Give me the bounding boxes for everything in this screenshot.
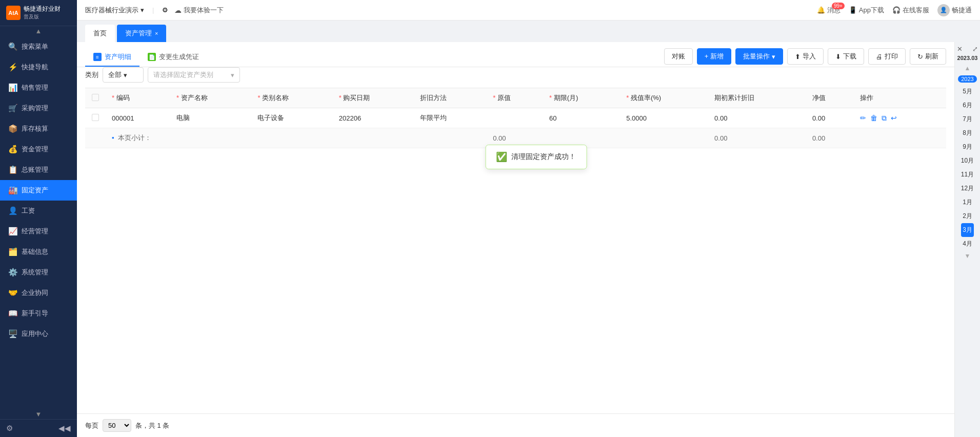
main-table-area: ≡ 资产明细 📄 变更生成凭证 对账 + 新增 批量操作 ▾ <box>77 42 954 437</box>
sidebar-icon-11: ⚙️ <box>8 268 17 277</box>
sidebar-item-新手引导[interactable]: 📖新手引导 <box>0 303 77 324</box>
add-btn[interactable]: + 新增 <box>697 48 731 65</box>
right-panel-scroll-up[interactable]: ▲ <box>955 63 980 73</box>
select-all-header[interactable] <box>85 88 106 108</box>
chevron-down-icon: ▾ <box>772 53 775 61</box>
sidebar: AtA 畅捷通好业财 普及版 ▲ 🔍搜索菜单⚡快捷导航📊销售管理🛒采购管理📦库存… <box>0 0 77 437</box>
delete-icon[interactable]: 🗑 <box>870 114 877 122</box>
sidebar-item-总账管理[interactable]: 📋总账管理 <box>0 160 77 180</box>
collapse-icon[interactable]: ◀◀ <box>58 424 71 433</box>
subtotal-initial-dep: 0.00 <box>708 128 806 148</box>
sidebar-icon-2: 📊 <box>8 83 17 92</box>
print-btn[interactable]: 🖨 打印 <box>868 48 906 65</box>
sidebar-label-8: 工资 <box>22 206 35 215</box>
settings-icon[interactable]: ⚙ <box>6 424 13 433</box>
category-select-placeholder: 全部 <box>108 70 122 80</box>
subtotal-empty-checkbox <box>85 128 106 148</box>
subtabs: ≡ 资产明细 📄 变更生成凭证 对账 + 新增 批量操作 ▾ <box>77 42 954 67</box>
category-select[interactable]: 全部 ▾ <box>103 67 144 83</box>
sidebar-icon-6: 📋 <box>8 165 17 174</box>
sidebar-item-经营管理[interactable]: 📈经营管理 <box>0 221 77 242</box>
per-page-select[interactable]: 50 100 <box>103 419 131 432</box>
app-download-btn[interactable]: 📱 App下载 <box>849 6 884 15</box>
sidebar-item-固定资产[interactable]: 🏭固定资产 <box>0 180 77 201</box>
month-item-2月[interactable]: 2月 <box>961 209 974 223</box>
topbar: 医疗器械行业演示 ▾ | ⚙ ☁ 我要体验一下 🔔 消息 99+ 📱 App下载… <box>77 0 980 21</box>
expand-panel-icon[interactable]: ⤢ <box>972 45 978 53</box>
month-item-12月[interactable]: 12月 <box>961 182 974 195</box>
filter-category-label: 类别 <box>85 70 98 80</box>
more-icon[interactable]: ↩ <box>891 114 897 122</box>
import-btn[interactable]: ⬆ 导入 <box>787 48 824 65</box>
month-item-11月[interactable]: 11月 <box>961 168 974 182</box>
sidebar-label-1: 快捷导航 <box>22 63 48 72</box>
action-icons: ✏ 🗑 ⧉ ↩ <box>860 114 940 123</box>
sidebar-label-7: 固定资产 <box>22 186 48 195</box>
cell-initial-dep: 0.00 <box>708 108 806 128</box>
company-selector[interactable]: 医疗器械行业演示 ▾ <box>85 6 144 15</box>
month-item-3月[interactable]: 3月 <box>961 223 974 237</box>
bell-icon: 🔔 <box>817 6 825 14</box>
month-item-9月[interactable]: 9月 <box>961 140 974 154</box>
total-label: 条，共 1 条 <box>135 421 169 430</box>
cell-purchase-date: 202206 <box>333 108 414 128</box>
zhangdui-btn[interactable]: 对账 <box>664 48 693 65</box>
batch-btn[interactable]: 批量操作 ▾ <box>735 48 783 65</box>
th-residual-rate: 残值率(%) <box>620 88 708 108</box>
cloud-icon: ☁ <box>174 6 182 14</box>
online-service-btn[interactable]: 🎧 在线客服 <box>892 6 929 15</box>
row-checkbox-cell[interactable] <box>85 108 106 128</box>
user-btn[interactable]: 👤 畅捷通 <box>937 4 972 16</box>
sidebar-item-系统管理[interactable]: ⚙️系统管理 <box>0 262 77 283</box>
sidebar-item-企业协同[interactable]: 🤝企业协同 <box>0 283 77 303</box>
sidebar-icon-4: 📦 <box>8 124 17 133</box>
sidebar-logo: AtA 畅捷通好业财 普及版 <box>0 0 77 26</box>
subtab-voucher[interactable]: 📄 变更生成凭证 <box>139 48 207 67</box>
sidebar-item-搜索菜单[interactable]: 🔍搜索菜单 <box>0 36 77 57</box>
cell-depreciation: 年限平均 <box>414 108 487 128</box>
settings-gear-icon[interactable]: ⚙ <box>162 6 168 14</box>
feedback-btn[interactable]: ☁ 我要体验一下 <box>174 6 224 15</box>
refresh-btn[interactable]: ↻ 刷新 <box>910 48 946 65</box>
notification-btn[interactable]: 🔔 消息 99+ <box>817 6 841 15</box>
tab-home[interactable]: 首页 <box>85 25 115 42</box>
year-2023[interactable]: 2023 <box>955 73 980 85</box>
copy-icon[interactable]: ⧉ <box>882 114 887 123</box>
select-all-checkbox[interactable] <box>92 94 99 101</box>
category-input[interactable]: 请选择固定资产类别 ▾ <box>148 67 240 83</box>
sidebar-item-资金管理[interactable]: 💰资金管理 <box>0 139 77 160</box>
sidebar-item-采购管理[interactable]: 🛒采购管理 <box>0 98 77 118</box>
right-panel-header: 2023.03 <box>957 53 978 63</box>
right-panel-scroll-down[interactable]: ▼ <box>955 251 980 261</box>
sidebar-scroll-up[interactable]: ▲ <box>0 26 77 36</box>
month-item-7月[interactable]: 7月 <box>961 112 974 126</box>
month-item-10月[interactable]: 10月 <box>961 154 974 168</box>
row-checkbox[interactable] <box>92 114 99 121</box>
table-header-row: 编码 资产名称 类别名称 购买日期 折旧方法 原值 期限(月) 残值率(%) 期… <box>85 88 946 108</box>
month-item-8月[interactable]: 8月 <box>961 126 974 140</box>
close-panel-icon[interactable]: ✕ <box>957 45 963 53</box>
sidebar-item-库存核算[interactable]: 📦库存核算 <box>0 118 77 139</box>
topbar-separator: | <box>152 6 154 14</box>
tab-close-icon[interactable]: × <box>155 30 158 36</box>
sidebar-label-6: 总账管理 <box>22 165 48 174</box>
month-item-5月[interactable]: 5月 <box>961 85 974 98</box>
sidebar-icon-5: 💰 <box>8 145 17 154</box>
edit-icon[interactable]: ✏ <box>860 114 866 122</box>
sidebar-item-快捷导航[interactable]: ⚡快捷导航 <box>0 57 77 77</box>
month-item-4月[interactable]: 4月 <box>961 237 974 251</box>
pagination: 每页 50 100 条，共 1 条 <box>77 413 954 437</box>
download-btn[interactable]: ⬇ 下载 <box>828 48 864 65</box>
month-item-6月[interactable]: 6月 <box>961 98 974 112</box>
filter-placeholder: 请选择固定资产类别 <box>153 70 213 80</box>
sidebar-item-基础信息[interactable]: 🗂️基础信息 <box>0 242 77 262</box>
sidebar-item-工资[interactable]: 👤工资 <box>0 201 77 221</box>
topbar-right: 🔔 消息 99+ 📱 App下载 🎧 在线客服 👤 畅捷通 <box>817 4 972 16</box>
month-item-1月[interactable]: 1月 <box>961 195 974 209</box>
subtab-asset-detail[interactable]: ≡ 资产明细 <box>85 48 139 67</box>
sidebar-item-销售管理[interactable]: 📊销售管理 <box>0 77 77 98</box>
tab-asset-management[interactable]: 资产管理 × <box>117 25 166 42</box>
sidebar-item-应用中心[interactable]: 🖥️应用中心 <box>0 324 77 344</box>
sidebar-scroll-down[interactable]: ▼ <box>0 409 77 419</box>
download-icon: ⬇ <box>835 53 841 61</box>
